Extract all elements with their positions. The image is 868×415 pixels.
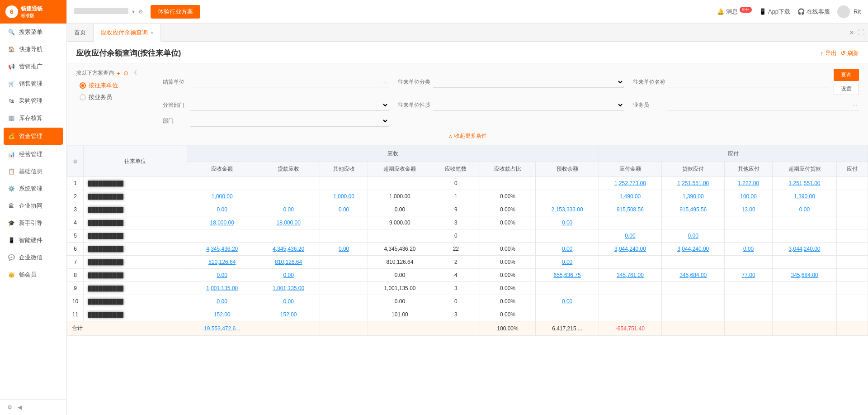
th-ar-count: 应收笔数 — [432, 162, 480, 177]
field-label-unit-nature: 往来单位性质 — [398, 101, 430, 109]
unit-class-select[interactable] — [433, 76, 624, 87]
marketing-icon: 📢 — [7, 62, 15, 71]
unit-nature-select[interactable] — [433, 100, 624, 110]
dept-select[interactable] — [190, 100, 389, 110]
unit-name: ██████████ — [84, 269, 187, 282]
scheme-option-unit[interactable]: 按往来单位 — [80, 81, 157, 90]
table-row: 2██████████1,000.001,000.001,000.0010.00… — [67, 190, 868, 203]
table-row: 4██████████18,000.0018,000.009,000.0030.… — [67, 216, 868, 229]
sidebar-label-finance: 资金管理 — [19, 132, 42, 140]
salesperson-dots-icon[interactable]: ··· — [851, 102, 859, 108]
settlement-input[interactable] — [190, 77, 381, 87]
system-icon: ⚙️ — [7, 185, 15, 193]
sidebar-item-purchase[interactable]: 🛍 采购管理 — [0, 92, 66, 110]
th-ap-amount: 应付金额 — [599, 162, 661, 177]
user-name: Rit — [854, 8, 861, 15]
summary-label: 合计 — [67, 321, 187, 336]
salesperson-input[interactable] — [667, 100, 851, 110]
messages-button[interactable]: 🔔 消息 99+ — [717, 8, 752, 16]
summary-ar-ratio: 100.00% — [480, 321, 536, 336]
nav-gear-icon[interactable]: ⚙ — [138, 9, 143, 15]
nav-dropdown-arrow[interactable]: ▾ — [132, 9, 135, 15]
th-payable-group: 应付 — [599, 146, 868, 162]
th-settings: ⚙ — [67, 146, 84, 177]
sidebar-label-inventory: 库存核算 — [19, 114, 42, 122]
unit-name: ██████████ — [84, 190, 187, 203]
solution-button[interactable]: 体验行业方案 — [151, 5, 200, 19]
summary-ar-amount[interactable]: 19,553,472,6... — [187, 321, 257, 336]
scheme-back-button[interactable]: 《 — [131, 69, 137, 77]
unit-name: ██████████ — [84, 256, 187, 269]
export-button[interactable]: ↑ 导出 — [821, 49, 837, 57]
radio-unit — [80, 82, 86, 89]
online-service-button[interactable]: 🎧 在线客服 — [797, 8, 830, 16]
filter-field-dept: 分管部门 — [163, 100, 389, 111]
tab-fullscreen-icon[interactable]: ⛶ — [858, 29, 864, 36]
tab-home[interactable]: 首页 — [67, 24, 94, 41]
data-table: ⚙ 往来单位 应收 应付 应收金额 贷款应收 其他应收 超期应收金额 应收笔数 … — [67, 146, 868, 336]
sidebar-item-basic[interactable]: 📋 基础信息 — [0, 163, 66, 180]
sidebar-item-enterprise[interactable]: 🏛 企业协同 — [0, 197, 66, 215]
unit-name: ██████████ — [84, 203, 187, 216]
tab-bar: 首页 应收应付余额查询 × ✕ ⛶ — [67, 24, 868, 42]
th-ar-prepay: 预收余额 — [536, 162, 599, 177]
unit-name-input[interactable] — [668, 77, 829, 87]
scheme-salesperson-label: 按业务员 — [89, 93, 112, 101]
bottom-collapse-button[interactable]: ◀ — [18, 404, 22, 410]
summary-ap-other — [725, 321, 773, 336]
sidebar-item-search[interactable]: 🔍 搜索菜单 — [0, 24, 66, 41]
filter-field-unit-class: 往来单位分类 — [398, 69, 624, 95]
scheme-add-button[interactable]: + — [117, 69, 121, 77]
sidebar-item-quick[interactable]: 🏠 快捷导航 — [0, 41, 66, 58]
row-number: 10 — [67, 295, 84, 308]
scheme-circle-button[interactable]: ⊙ — [123, 70, 128, 76]
tab-close-all-icon[interactable]: ✕ — [849, 29, 854, 36]
th-ap-overdue: 超期应付货款 — [772, 162, 836, 177]
message-badge: 99+ — [740, 7, 752, 13]
app-download-button[interactable]: 📱 App下载 — [759, 8, 790, 16]
top-right-actions: 🔔 消息 99+ 📱 App下载 🎧 在线客服 Rit — [717, 5, 861, 18]
table-row: 10██████████0.000.000.0000.00%0.00 — [67, 295, 868, 308]
table-row: 11██████████152.00152.00101.0030.00% — [67, 308, 868, 321]
messages-label: 消息 — [726, 8, 738, 16]
sidebar-item-system[interactable]: ⚙️ 系统管理 — [0, 180, 66, 197]
scheme-unit-label: 按往来单位 — [89, 81, 118, 90]
page-actions: ↑ 导出 ↺ 刷新 — [821, 49, 859, 57]
sidebar-item-hardware[interactable]: 📱 智能硬件 — [0, 232, 66, 249]
tab-close-icon[interactable]: × — [151, 30, 153, 35]
department-select[interactable] — [190, 115, 389, 126]
table-row: 6██████████4,345,436.204,345,436.200.004… — [67, 243, 868, 256]
page-header: 应收应付余额查询(按往来单位) ↑ 导出 ↺ 刷新 — [67, 42, 868, 63]
refresh-button[interactable]: ↺ 刷新 — [840, 49, 859, 57]
field-label-salesperson: 业务员 — [633, 101, 665, 109]
collapse-button[interactable]: ∧ 收起更多条件 — [448, 132, 487, 140]
bottom-gear-button[interactable]: ⚙ — [7, 404, 12, 410]
purchase-icon: 🛍 — [7, 97, 15, 105]
sidebar-item-finance[interactable]: 💰 资金管理 — [4, 128, 63, 145]
sidebar-item-sales[interactable]: 🛒 销售管理 — [0, 75, 66, 92]
summary-ar-loan — [257, 321, 320, 336]
collapse-label: 收起更多条件 — [454, 132, 487, 140]
table-settings-icon[interactable]: ⚙ — [73, 158, 78, 165]
sidebar-item-wechat[interactable]: 💬 企业微信 — [0, 249, 66, 266]
sidebar-item-member[interactable]: 👑 畅会员 — [0, 266, 66, 283]
settings-button[interactable]: 设置 — [834, 83, 859, 95]
sidebar-item-inventory[interactable]: 🏢 库存核算 — [0, 110, 66, 127]
unit-name: ██████████ — [84, 282, 187, 295]
th-ap-loan: 贷款应付 — [662, 162, 725, 177]
settlement-dots-icon[interactable]: ··· — [381, 79, 389, 85]
sidebar-item-operations[interactable]: 📊 经营管理 — [0, 146, 66, 163]
tab-current[interactable]: 应收应付余额查询 × — [94, 24, 161, 42]
query-button[interactable]: 查询 — [834, 69, 859, 81]
filter-field-salesperson: 业务员 ··· — [633, 100, 859, 111]
logo-icon: 6 — [5, 5, 18, 18]
table-row: 7██████████810,126.64810,126.64810,126.6… — [67, 256, 868, 269]
page-title: 应收应付余额查询(按往来单位) — [76, 48, 181, 58]
scheme-option-salesperson[interactable]: 按业务员 — [80, 93, 157, 101]
phone-icon: 📱 — [759, 8, 766, 15]
scheme-label: 按以下方案查询 — [76, 69, 114, 77]
user-avatar-area[interactable]: Rit — [837, 5, 861, 18]
guide-icon: 🎓 — [7, 219, 15, 227]
sidebar-item-marketing[interactable]: 📢 营销推广 — [0, 58, 66, 75]
sidebar-item-guide[interactable]: 🎓 新手引导 — [0, 215, 66, 232]
